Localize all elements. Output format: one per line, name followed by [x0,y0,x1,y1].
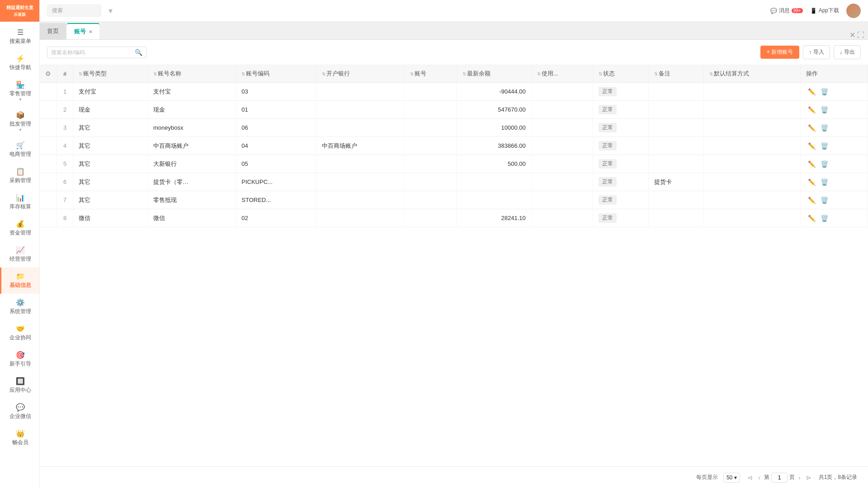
edit-button[interactable]: ✏️ [806,141,817,150]
status-badge: 正常 [599,87,617,96]
delete-button[interactable]: 🗑️ [819,196,830,205]
col-status[interactable]: ⇅状态 [593,65,648,83]
tab-account[interactable]: 账号 ✕ [67,23,99,39]
sidebar-item-ops-mgmt[interactable]: 📈 经营管理 [0,241,39,267]
page-label: 第 [764,474,769,481]
page-size-select[interactable]: 50 ▾ [723,473,740,483]
col-bank[interactable]: ⇅开户银行 [316,65,404,83]
row-actions: ✏️ 🗑️ [800,101,868,119]
row-account-number [405,83,457,101]
row-account-name: 现金 [147,101,236,119]
sidebar-item-inventory[interactable]: 📊 库存核算 [0,189,39,215]
edit-button[interactable]: ✏️ [806,214,817,223]
user-avatar[interactable] [846,4,861,18]
sidebar-item-quick-nav[interactable]: ⚡ 快捷导航 [0,50,39,76]
close-tab-button[interactable]: ✕ [849,31,855,39]
sort-icon: ⇅ [410,71,414,76]
base-info-icon: 📁 [16,272,25,281]
row-number: 6 [57,173,73,191]
row-default-payment [703,173,800,191]
messages-button[interactable]: 💬 消息 99+ [770,7,803,14]
main-content: 搜索 ▾ 💬 消息 99+ 📱 App下载 首页 账号 ✕ ✕ [40,0,868,488]
row-account-name: 支付宝 [147,83,236,101]
last-page-button[interactable]: ⊳ [804,473,813,482]
sidebar-item-purchase-mgmt[interactable]: 📋 采购管理 [0,163,39,189]
tab-home[interactable]: 首页 [40,23,66,39]
col-num: # [57,65,73,83]
delete-button[interactable]: 🗑️ [819,87,830,96]
search-input[interactable] [51,49,132,56]
col-action: 操作 [800,65,868,83]
edit-button[interactable]: ✏️ [806,105,817,114]
prev-page-button[interactable]: ‹ [756,473,762,482]
sidebar-item-app-center[interactable]: 🔲 应用中心 [0,372,39,399]
delete-button[interactable]: 🗑️ [819,214,830,223]
sidebar-item-sys-mgmt[interactable]: ⚙️ 系统管理 [0,294,39,320]
sidebar-item-ecommerce-mgmt[interactable]: 🛒 电商管理 [0,136,39,163]
import-icon: ↑ [809,49,811,56]
row-actions: ✏️ 🗑️ [800,191,868,209]
col-account-type[interactable]: ⇅账号类型 [73,65,148,83]
edit-button[interactable]: ✏️ [806,178,817,187]
row-usage [531,173,593,191]
sidebar-item-wholesale-mgmt[interactable]: 📦 批发管理 ▼ [0,106,39,136]
sidebar-item-newcomer[interactable]: 🎯 新手引导 [0,346,39,372]
row-settings-cell [40,119,57,137]
row-default-payment [703,83,800,101]
row-usage [531,83,593,101]
col-settings[interactable]: ⚙ [40,65,57,83]
table-row: 1 支付宝 支付宝 03 -90444.00 正常 ✏️ 🗑️ [40,83,868,101]
add-account-button[interactable]: + 新增账号 [760,46,799,59]
col-account-code[interactable]: ⇅账号编码 [236,65,316,83]
edit-button[interactable]: ✏️ [806,160,817,169]
search-input-wrap[interactable]: 🔍 [47,47,146,58]
col-balance[interactable]: ⇅最新余额 [457,65,531,83]
delete-button[interactable]: 🗑️ [819,105,830,114]
toolbar-left: 🔍 [47,47,146,58]
col-usage[interactable]: ⇅使用... [531,65,593,83]
sidebar-item-vip-member[interactable]: 👑 畅会员 [0,425,39,451]
search-icon[interactable]: 🔍 [135,49,142,56]
row-account-type: 现金 [73,101,148,119]
row-balance: 383866.00 [457,137,531,155]
delete-button[interactable]: 🗑️ [819,123,830,132]
first-page-button[interactable]: ⊲ [745,473,755,482]
row-account-type: 支付宝 [73,83,148,101]
sidebar-item-search-menu[interactable]: ☰ 搜索菜单 [0,23,39,50]
row-number: 7 [57,191,73,209]
sort-icon: ⇅ [241,71,245,76]
dropdown-chevron-icon[interactable]: ▾ [108,6,113,16]
sidebar-item-corp-agreement[interactable]: 🤝 企业协同 [0,320,39,346]
sys-icon: ⚙️ [16,298,25,307]
row-actions: ✏️ 🗑️ [800,173,868,191]
delete-button[interactable]: 🗑️ [819,160,830,169]
delete-button[interactable]: 🗑️ [819,178,830,187]
app-download-button[interactable]: 📱 App下载 [810,7,839,14]
row-account-code: 01 [236,101,316,119]
maximize-button[interactable]: ⛶ [857,31,864,39]
delete-button[interactable]: 🗑️ [819,141,830,150]
import-button[interactable]: ↑ 导入 [803,45,830,59]
wechat-icon: 💬 [16,403,25,412]
sidebar-item-corp-wechat[interactable]: 💬 企业微信 [0,399,39,425]
sidebar-item-base-info[interactable]: 📁 基础信息 [0,267,39,294]
page-number-input[interactable] [771,473,788,483]
top-search-bar[interactable]: 搜索 [47,5,101,17]
edit-button[interactable]: ✏️ [806,87,817,96]
next-page-button[interactable]: › [797,473,802,482]
sidebar-item-label: 搜索菜单 [9,38,31,45]
edit-button[interactable]: ✏️ [806,196,817,205]
export-button[interactable]: ↓ 导出 [834,45,861,59]
close-icon[interactable]: ✕ [89,29,92,34]
sidebar-item-finance-mgmt[interactable]: 💰 资金管理 [0,215,39,241]
row-settings-cell [40,101,57,119]
sidebar-item-retail-mgmt[interactable]: 🏪 零售管理 ▼ [0,76,39,106]
edit-button[interactable]: ✏️ [806,123,817,132]
col-default-payment[interactable]: ⇅默认结算方式 [703,65,800,83]
col-account-name[interactable]: ⇅账号名称 [147,65,236,83]
col-account-number[interactable]: ⇅账号 [405,65,457,83]
tab-bar: 首页 账号 ✕ ✕ ⛶ [40,22,868,40]
import-label: 导入 [813,48,824,56]
accounts-table: ⚙ # ⇅账号类型 ⇅账号名称 ⇅账号编码 ⇅开户银行 ⇅账号 ⇅最新余额 ⇅使… [40,65,868,227]
col-remark[interactable]: ⇅备注 [649,65,703,83]
